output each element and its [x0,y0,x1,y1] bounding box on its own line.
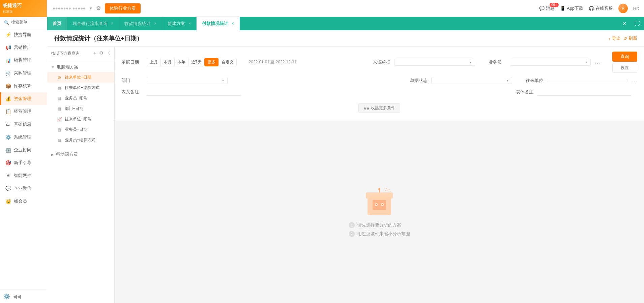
sidebar-item-hardware[interactable]: 🖥 智能硬件 [0,169,47,182]
sidebar-item-operation[interactable]: 📋 经营管理 [0,105,47,118]
close-all-tabs-button[interactable]: ✕ [618,17,631,30]
content-area: 按以下方案查询 ＋ ⚙ 《 ▼ 电脑端方案 ⊙ 往来单位+日期 [47,47,644,303]
tab-receivable[interactable]: 收款情况统计 × [119,17,162,30]
settings-footer-icon[interactable]: ⚙️ [3,293,10,300]
mobile-section-collapse-icon: ▶ [51,153,54,156]
app-download-button[interactable]: 📱 App下载 [560,5,583,11]
inventory-icon: 📦 [5,83,11,89]
export-button[interactable]: ↑ 导出 [609,35,621,41]
scheme-icon-6: ▦ [57,138,62,143]
scheme-icon-5: ▦ [57,127,62,132]
scheme-item-5[interactable]: ▦ 业务员+日期 [47,124,114,135]
date-range-text: 2022-01-01 至 2022-12-31 [249,59,296,65]
sidebar-item-member[interactable]: 👑 畅会员 [0,195,47,208]
source-select[interactable]: ▾ [394,59,475,66]
dept-select[interactable]: ▾ [147,77,228,84]
member-icon: 👑 [5,198,11,204]
pc-scheme-section-header[interactable]: ▼ 电脑端方案 [47,62,114,72]
sidebar-item-inventory[interactable]: 📦 库存核算 [0,80,47,92]
sidebar-item-basic-info[interactable]: 🗂 基础信息 [0,118,47,131]
collapse-filter-button[interactable]: ∧∧ 收起更多条件 [358,103,400,113]
search-menu-label: 搜索菜单 [11,20,27,25]
topbar-right: 💬 消息 99+ 📱 App下载 🎧 在线客服 R Rit [539,4,639,13]
tab-payment-stat-label: 付款情况统计 [202,21,228,27]
sidebar-item-purchase[interactable]: 🛒 采购管理 [0,67,47,80]
page: 付款情况统计（往来单位+日期） ↑ 导出 ↺ 刷新 按以下方案查询 ＋ [47,30,644,303]
sidebar-item-quick-nav[interactable]: ⚡ 快捷导航 [0,28,47,41]
sidebar-item-wechat[interactable]: 💬 企业微信 [0,182,47,195]
topbar-settings-icon[interactable]: ⚙ [96,5,101,11]
salesman-select[interactable]: ▾ [510,59,591,66]
pc-scheme-section: ▼ 电脑端方案 ⊙ 往来单位+日期 ▦ 往来单位+结算方式 ▦ 业务员+账号 [47,60,114,147]
doc-status-select[interactable]: ▾ [431,77,512,84]
date-more[interactable]: 更多 [204,58,218,66]
tab-new-scheme[interactable]: 新建方案 × [162,17,197,30]
query-button[interactable]: 查询 [612,52,637,62]
tip-num-1: 1 [349,222,355,228]
page-header: 付款情况统计（往来单位+日期） ↑ 导出 ↺ 刷新 [47,30,644,47]
collapse-sidebar-icon[interactable]: ◀◀ [13,293,21,300]
messages-button[interactable]: 💬 消息 99+ [539,5,555,11]
tab-bank-flow-close[interactable]: × [111,21,113,26]
tab-home[interactable]: 首页 [47,17,67,30]
sidebar-item-system[interactable]: ⚙️ 系统管理 [0,131,47,144]
username-label[interactable]: Rit [633,6,639,11]
sidebar-item-capital[interactable]: 💰 资金管理 [0,92,47,105]
trial-button[interactable]: 体验行业方案 [105,3,141,13]
search-icon: 🔍 [4,20,9,25]
tab-new-scheme-close[interactable]: × [188,21,191,26]
refresh-button[interactable]: ↺ 刷新 [623,35,637,41]
filter-row-1: 单据日期 上月 本月 本年 近7天 更多 自定义 2022-01-01 至 20… [121,52,637,73]
date-last-month[interactable]: 上月 [147,58,160,66]
avatar[interactable]: R [618,4,628,13]
body-note-input[interactable] [537,88,632,96]
date-this-year[interactable]: 本年 [174,58,188,66]
action-btn-group: 查询 设置 [612,52,637,73]
sidebar-item-enterprise[interactable]: 🏢 企业协同 [0,144,47,156]
date-this-month[interactable]: 本月 [160,58,174,66]
page-header-actions: ↑ 导出 ↺ 刷新 [609,35,638,41]
add-scheme-button[interactable]: ＋ [92,50,97,56]
left-panel-header: 按以下方案查询 ＋ ⚙ 《 [47,47,114,60]
date-custom[interactable]: 自定义 [218,58,237,66]
settings-button[interactable]: 设置 [612,63,637,73]
date-last-7-days[interactable]: 近7天 [188,58,204,66]
scheme-item-6[interactable]: ▦ 业务员+结算方式 [47,135,114,145]
topbar-dropdown-icon[interactable]: ▾ [90,6,92,11]
page-title: 付款情况统计（往来单位+日期） [54,34,143,42]
mobile-scheme-section-header[interactable]: ▶ 移动端方案 [47,149,114,159]
partner-more-icon[interactable]: … [632,78,637,84]
sidebar-item-label: 企业协同 [14,147,31,153]
svg-line-10 [385,190,391,191]
sidebar-footer: ⚙️ ◀◀ [0,290,47,303]
source-label: 来源单据 [373,59,391,65]
doc-status-arrow-icon: ▾ [507,79,508,82]
header-note-input[interactable] [147,88,241,96]
pc-section-collapse-icon: ▼ [51,65,55,69]
scheme-icon-0: ⊙ [57,75,62,80]
salesman-more-icon[interactable]: … [595,59,600,65]
partner-select[interactable] [547,79,628,82]
scheme-item-label-1: 往来单位+结算方式 [65,85,99,91]
sidebar-item-guide[interactable]: 🎯 新手引导 [0,156,47,169]
tab-payment-stat[interactable]: 付款情况统计 × [197,17,240,30]
scheme-item-3[interactable]: ▦ 部门+日期 [47,103,114,114]
scheme-item-1[interactable]: ▦ 往来单位+结算方式 [47,83,114,93]
scheme-icon-1: ▦ [57,85,62,91]
sidebar-item-marketing[interactable]: 📢 营销推广 [0,41,47,54]
tab-receivable-close[interactable]: × [154,21,156,26]
maximize-button[interactable]: ⛶ [631,17,644,30]
tab-bank-flow[interactable]: 现金银行流水查询 × [67,17,119,30]
scheme-item-0[interactable]: ⊙ 往来单位+日期 [47,72,114,83]
scheme-settings-button[interactable]: ⚙ [99,50,104,56]
tab-bank-flow-label: 现金银行流水查询 [72,21,108,27]
collapse-left-button[interactable]: 《 [106,50,110,56]
online-service-button[interactable]: 🎧 在线客服 [589,5,613,11]
sidebar-item-sales[interactable]: 📊 销售管理 [0,54,47,67]
search-menu-item[interactable]: 🔍 搜索菜单 [0,17,47,28]
scheme-item-2[interactable]: ▦ 业务员+账号 [47,93,114,103]
scheme-item-label-2: 业务员+账号 [65,95,87,101]
scheme-item-4[interactable]: 📈 往来单位+账号 [47,114,114,124]
capital-icon: 💰 [5,96,11,102]
tab-payment-stat-close[interactable]: × [232,21,234,26]
